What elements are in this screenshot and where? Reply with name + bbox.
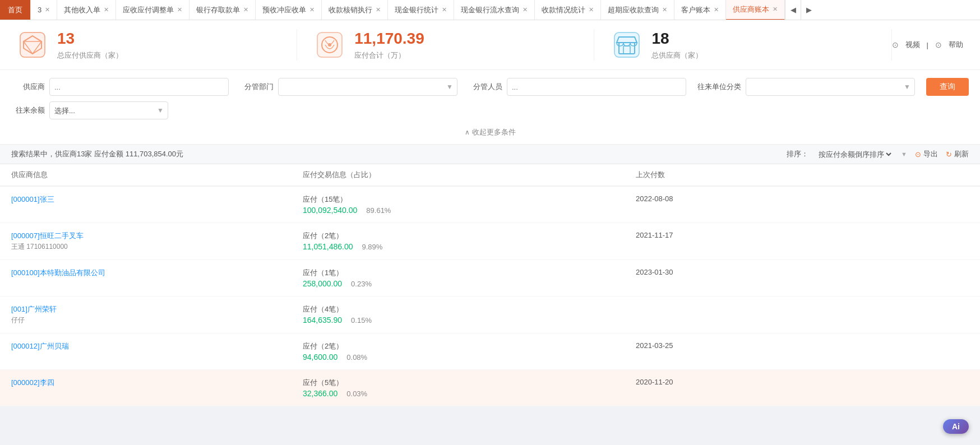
filter-item-department: 分管部门 ▼ [240, 78, 457, 96]
tx-row-3: 258,000.00 0.23% [303, 278, 636, 288]
stat-label-payable-suppliers: 总应付供应商（家） [57, 50, 123, 61]
search-button[interactable]: 查询 [926, 78, 969, 96]
nav-tab-bank[interactable]: 银行存取款单 ✕ [189, 0, 256, 20]
supplier-link-2[interactable]: [000007]恒旺二手叉车 [11, 231, 84, 240]
export-button[interactable]: ⊙ 导出 [915, 149, 938, 159]
nav-tab-receipt-stat[interactable]: 收款情况统计 ✕ [535, 0, 601, 20]
supplier-link-5[interactable]: [000012]广州贝瑞 [11, 342, 69, 350]
sort-chevron-icon: ▼ [901, 151, 907, 157]
video-link[interactable]: 视频 [905, 40, 920, 50]
stats-bar: 13 总应付供应商（家） 11,170.39 应付合计（万） [0, 20, 980, 70]
supplier-link-1[interactable]: [000001]张三 [11, 195, 54, 203]
nav-tab-overdue-close[interactable]: ✕ [662, 6, 667, 13]
filter-label-balance: 往来余额 [11, 105, 45, 115]
ai-badge[interactable]: Ai [943, 419, 969, 434]
stat-content-payable-total: 11,170.39 应付合计（万） [354, 29, 424, 61]
nav-home[interactable]: 首页 [0, 0, 31, 20]
nav-tab-receipt-exec[interactable]: 收款核销执行 ✕ [322, 0, 388, 20]
supplier-input[interactable] [49, 78, 229, 96]
last-pay-6: 2020-11-20 [636, 378, 969, 386]
tx-amount-1: 100,092,540.00 [303, 206, 357, 215]
nav-tab-supplier-ledger[interactable]: 供应商账本 ✕ [726, 0, 785, 20]
nav-tab-prepay-close[interactable]: ✕ [309, 6, 315, 13]
nav-tab-receipt-stat-close[interactable]: ✕ [589, 6, 594, 13]
last-pay-2: 2021-11-17 [636, 231, 969, 239]
divider: | [927, 41, 928, 49]
filter-label-supplier: 供应商 [11, 82, 45, 92]
department-select[interactable] [278, 78, 457, 96]
table-row[interactable]: [000007]恒旺二手叉车 王通 17106110000 应付（2笔） 11,… [0, 223, 980, 260]
supplier-link-6[interactable]: [000002]李四 [11, 378, 54, 387]
nav-tab-3-close[interactable]: ✕ [45, 6, 50, 13]
tx-info-1: 应付（15笔） 100,092,540.00 89.61% [303, 194, 636, 215]
nav-tab-3[interactable]: 3 ✕ [31, 0, 57, 20]
table-row[interactable]: [000100]本特勤油品有限公司 应付（1笔） 258,000.00 0.23… [0, 260, 980, 296]
department-select-wrap: ▼ [278, 78, 457, 96]
sort-select[interactable]: 按应付余额倒序排序 [816, 150, 893, 159]
supplier-info-3: [000100]本特勤油品有限公司 [11, 268, 303, 278]
nav-tab-other-income-close[interactable]: ✕ [104, 6, 109, 13]
help-link[interactable]: 帮助 [949, 40, 963, 50]
nav-tab-bank-close[interactable]: ✕ [243, 6, 248, 13]
tx-row-2: 11,051,486.00 9.89% [303, 241, 636, 251]
help-circle-icon: ⊙ [935, 40, 942, 49]
nav-tab-customer-ledger[interactable]: 客户账本 ✕ [674, 0, 726, 20]
result-bar: 搜索结果中，供应商13家 应付金额 111,703,854.00元 排序： 按应… [0, 145, 980, 164]
tx-amount-6: 32,366.00 [303, 389, 338, 398]
table-row[interactable]: [000001]张三 应付（15笔） 100,092,540.00 89.61%… [0, 187, 980, 223]
nav-next-arrow[interactable]: ▶ [801, 0, 816, 20]
table-row[interactable]: [000012]广州贝瑞 应付（2笔） 94,600.00 0.08% 2021… [0, 333, 980, 370]
nav-tab-customer-ledger-close[interactable]: ✕ [714, 6, 719, 13]
supplier-sub-2: 王通 17106110000 [11, 242, 303, 252]
filter-label-department: 分管部门 [240, 82, 274, 92]
supplier-sub-4: 仔仔 [11, 316, 303, 325]
stat-card-payable-total: 11,170.39 应付合计（万） [297, 29, 594, 61]
result-summary: 搜索结果中，供应商13家 应付金额 111,703,854.00元 [11, 149, 183, 159]
last-pay-3: 2023-01-30 [636, 268, 969, 276]
tx-percent-1: 89.61% [366, 206, 391, 215]
video-circle-icon: ⊙ [892, 40, 899, 49]
nav-tab-cash-bank-stat[interactable]: 现金银行统计 ✕ [388, 0, 454, 20]
tx-info-3: 应付（1笔） 258,000.00 0.23% [303, 268, 636, 288]
stat-number-payable-total: 11,170.39 [354, 29, 424, 48]
nav-tab-cash-flow-close[interactable]: ✕ [523, 6, 528, 13]
col-header-supplier: 供应商信息 [11, 170, 303, 180]
nav-home-label: 首页 [8, 5, 22, 15]
nav-tab-ar-adjust[interactable]: 应收应付调整单 ✕ [116, 0, 189, 20]
nav-tab-receipt-exec-close[interactable]: ✕ [376, 6, 381, 13]
collapse-button-label: 收起更多条件 [472, 127, 516, 137]
filter-item-category: 往来单位分类 ▼ [697, 78, 915, 96]
supplier-info-5: [000012]广州贝瑞 [11, 341, 303, 351]
nav-tab-cash-flow[interactable]: 现金银行流水查询 ✕ [454, 0, 535, 20]
filter-label-manager: 分管人员 [469, 82, 502, 92]
nav-tab-other-income[interactable]: 其他收入单 ✕ [57, 0, 116, 20]
tx-amount-2: 11,051,486.00 [303, 242, 353, 251]
nav-tab-supplier-ledger-close[interactable]: ✕ [773, 6, 778, 13]
nav-tab-cash-bank-stat-close[interactable]: ✕ [442, 6, 447, 13]
supplier-link-4[interactable]: [001]广州荣轩 [11, 305, 57, 313]
stat-icon-store [611, 29, 642, 61]
nav-prev-arrow[interactable]: ◀ [785, 0, 801, 20]
filter-item-manager: 分管人员 [469, 78, 686, 96]
export-label: 导出 [923, 149, 938, 159]
refresh-button[interactable]: ↻ 刷新 [946, 149, 969, 159]
tx-label-2: 应付（2笔） [303, 231, 636, 241]
nav-tab-prepay[interactable]: 预收冲应收单 ✕ [256, 0, 322, 20]
nav-tab-overdue[interactable]: 超期应收款查询 ✕ [601, 0, 674, 20]
nav-tab-cash-flow-label: 现金银行流水查询 [461, 5, 519, 15]
balance-select[interactable]: 选择... [49, 101, 168, 119]
collapse-button[interactable]: ∧ 收起更多条件 [465, 127, 516, 137]
category-select[interactable] [746, 78, 915, 96]
table-header: 供应商信息 应付交易信息（占比） 上次付数 [0, 164, 980, 187]
manager-input[interactable] [507, 78, 686, 96]
top-navigation: 首页 3 ✕ 其他收入单 ✕ 应收应付调整单 ✕ 银行存取款单 ✕ 预收冲应收单… [0, 0, 980, 20]
table-row[interactable]: [000002]李四 应付（5笔） 32,366.00 0.03% 2020-1… [0, 370, 980, 406]
table-row[interactable]: [001]广州荣轩 仔仔 应付（4笔） 164,635.90 0.15% [0, 296, 980, 333]
stat-label-total-suppliers: 总供应商（家） [651, 50, 702, 61]
supplier-link-3[interactable]: [000100]本特勤油品有限公司 [11, 268, 105, 277]
nav-tab-ar-adjust-close[interactable]: ✕ [177, 6, 182, 13]
nav-tab-receipt-stat-label: 收款情况统计 [542, 5, 585, 15]
balance-select-wrap: 选择... ▼ [49, 101, 168, 119]
stat-icon-rice [314, 29, 345, 61]
refresh-label: 刷新 [954, 149, 969, 159]
